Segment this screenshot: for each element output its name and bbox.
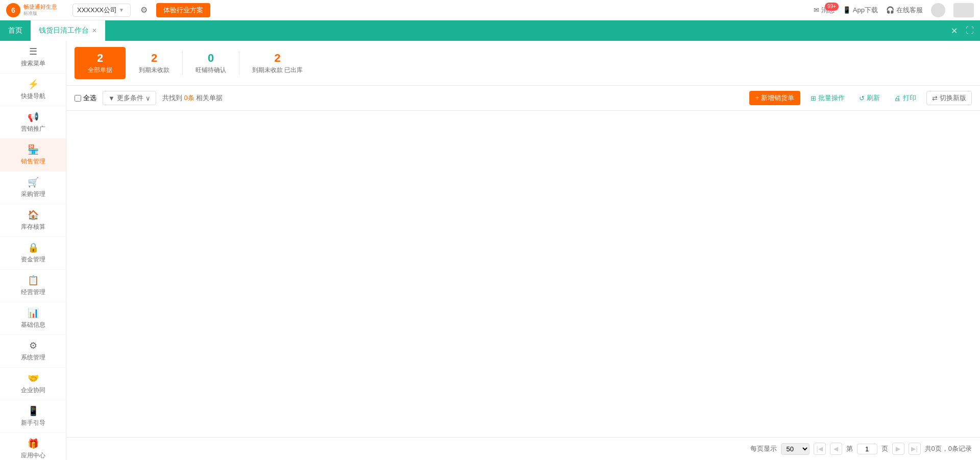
filter-button[interactable]: ▼ 更多条件 ∨ [103, 91, 156, 105]
company-name: XXXXXX公司 [77, 6, 117, 15]
sidebar-item-finance-label: 资金管理 [21, 255, 45, 264]
sidebar-item-app-center[interactable]: 🎁 应用中心 [0, 433, 66, 460]
filter-chevron-icon: ∨ [145, 94, 151, 102]
pagination-bar: 每页显示 50 20 100 |◀ ◀ 第 页 ▶ ▶| 共0页，0条记录 [66, 437, 980, 460]
sidebar-item-sales[interactable]: 🏪 销售管理 [0, 139, 66, 172]
purchase-icon: 🛒 [28, 177, 39, 188]
quick-nav-icon: ⚡ [28, 79, 39, 90]
page-first-button[interactable]: |◀ [814, 443, 826, 455]
page-next-button[interactable]: ▶ [892, 443, 904, 455]
service-icon: 🎧 [886, 6, 894, 14]
app-center-icon: 🎁 [28, 438, 39, 449]
summary-card-pending[interactable]: 0 旺铺待确认 [183, 47, 239, 79]
avatar[interactable] [931, 3, 945, 17]
sidebar-item-search[interactable]: ☰ 搜索菜单 [0, 41, 66, 74]
top-header: 6 畅捷通好生意 标准版 XXXXXX公司 ▼ ⚙ 体验行业方案 ✉ 消息 99… [0, 0, 980, 20]
sidebar-item-marketing-label: 营销推广 [21, 125, 45, 133]
sidebar-item-beginner[interactable]: 📱 新手引导 [0, 400, 66, 433]
switch-version-button[interactable]: ⇄ 切换新版 [926, 91, 972, 105]
add-sales-order-button[interactable]: + 新增销货单 [749, 91, 800, 105]
app-download-label: App下载 [853, 6, 878, 15]
online-service-button[interactable]: 🎧 在线客服 [886, 6, 923, 15]
page-prev-button[interactable]: ◀ [830, 443, 842, 455]
page-input[interactable] [857, 444, 877, 454]
found-text: 共找到 0条 相关单据 [162, 93, 223, 103]
batch-icon: ⊞ [811, 94, 816, 102]
select-all-checkbox[interactable]: 全选 [75, 93, 96, 103]
main-layout: ☰ 搜索菜单 ⚡ 快捷导航 📢 营销推广 🏪 销售管理 🛒 采购管理 🏠 库存核… [0, 41, 980, 460]
sidebar-item-system[interactable]: ⚙ 系统管理 [0, 335, 66, 368]
operations-icon: 📋 [28, 275, 39, 286]
settings-icon-btn[interactable]: ⚙ [137, 3, 151, 17]
sidebar-item-purchase[interactable]: 🛒 采购管理 [0, 172, 66, 204]
sidebar-item-quick-nav-label: 快捷导航 [21, 92, 45, 101]
print-button[interactable]: 🖨 打印 [890, 91, 920, 105]
page-suffix: 页 [881, 444, 888, 453]
summary-all-label: 全部单据 [88, 66, 112, 75]
batch-operation-button[interactable]: ⊞ 批量操作 [806, 91, 849, 105]
toolbar: 全选 ▼ 更多条件 ∨ 共找到 0条 相关单据 + 新增销货单 ⊞ 批量操作 ↺ [66, 86, 980, 111]
tab-home-label: 首页 [8, 26, 22, 35]
found-count: 0条 [184, 94, 194, 102]
select-all-input[interactable] [75, 95, 81, 102]
sidebar-item-inventory[interactable]: 🏠 库存核算 [0, 204, 66, 237]
user-name-area [953, 3, 974, 17]
sidebar-item-finance[interactable]: 🔒 资金管理 [0, 237, 66, 270]
system-icon: ⚙ [29, 340, 37, 351]
refresh-icon: ↺ [859, 94, 865, 102]
summary-card-shipped[interactable]: 2 到期未收款 已出库 [239, 47, 315, 79]
tab-home[interactable]: 首页 [0, 20, 31, 41]
message-icon: ✉ [814, 6, 819, 14]
sidebar-item-marketing[interactable]: 📢 营销推广 [0, 106, 66, 139]
content-area: 2 全部单据 2 到期未收款 0 旺铺待确认 2 到期未收款 已出库 [66, 41, 980, 460]
logo-area: 6 畅捷通好生意 标准版 [6, 3, 72, 17]
sidebar-item-purchase-label: 采购管理 [21, 190, 45, 199]
logo-text: 畅捷通好生意 [23, 3, 57, 10]
download-icon: 📱 [843, 6, 851, 14]
company-selector[interactable]: XXXXXX公司 ▼ [72, 4, 131, 17]
sidebar-item-operations-label: 经营管理 [21, 288, 45, 297]
sidebar-item-app-center-label: 应用中心 [21, 451, 45, 460]
basic-info-icon: 📊 [28, 307, 39, 319]
page-label: 第 [846, 444, 853, 453]
print-label: 打印 [903, 93, 916, 103]
table-area [66, 111, 980, 437]
messages-button[interactable]: ✉ 消息 99+ [814, 6, 835, 15]
per-page-select[interactable]: 50 20 100 [781, 443, 810, 455]
summary-shipped-label: 到期未收款 已出库 [252, 66, 303, 75]
finance-icon: 🔒 [28, 242, 39, 253]
sidebar-item-operations[interactable]: 📋 经营管理 [0, 270, 66, 302]
tab-close-icon[interactable]: ✕ [92, 27, 97, 34]
summary-pending-count: 0 [208, 52, 214, 65]
sidebar-item-basic-info[interactable]: 📊 基础信息 [0, 302, 66, 335]
tab-qhrc[interactable]: 钱货日清工作台 ✕ [31, 20, 105, 41]
summary-pending-label: 旺铺待确认 [195, 66, 226, 75]
app-download-button[interactable]: 📱 App下载 [843, 6, 878, 15]
tab-minimize-icon[interactable]: ✕ [949, 24, 960, 38]
logo-icon: 6 [6, 3, 20, 17]
gear-icon: ⚙ [140, 5, 148, 15]
summary-cards: 2 全部单据 2 到期未收款 0 旺铺待确认 2 到期未收款 已出库 [66, 41, 980, 86]
chevron-down-icon: ▼ [119, 7, 124, 13]
sidebar-item-enterprise-label: 企业协同 [21, 386, 45, 395]
toolbar-right: + 新增销货单 ⊞ 批量操作 ↺ 刷新 🖨 打印 ⇄ 切换新版 [749, 91, 972, 105]
marketing-icon: 📢 [28, 111, 39, 123]
sales-icon: 🏪 [28, 144, 39, 155]
filter-icon: ▼ [108, 94, 115, 102]
page-last-button[interactable]: ▶| [909, 443, 921, 455]
summary-card-overdue[interactable]: 2 到期未收款 [126, 47, 182, 79]
sidebar-item-quick-nav[interactable]: ⚡ 快捷导航 [0, 74, 66, 106]
found-prefix: 共找到 [162, 94, 182, 102]
found-suffix: 相关单据 [196, 94, 223, 102]
refresh-label: 刷新 [867, 93, 880, 103]
trial-button[interactable]: 体验行业方案 [156, 3, 210, 17]
refresh-button[interactable]: ↺ 刷新 [855, 91, 884, 105]
tab-bar: 首页 钱货日清工作台 ✕ ✕ ⛶ [0, 20, 980, 41]
summary-card-all[interactable]: 2 全部单据 [75, 47, 126, 79]
sidebar-item-enterprise[interactable]: 🤝 企业协同 [0, 368, 66, 400]
tab-maximize-icon[interactable]: ⛶ [964, 24, 976, 37]
select-all-label: 全选 [83, 93, 96, 103]
sidebar-item-inventory-label: 库存核算 [21, 223, 45, 231]
batch-label: 批量操作 [818, 93, 845, 103]
filter-label: 更多条件 [117, 93, 143, 103]
